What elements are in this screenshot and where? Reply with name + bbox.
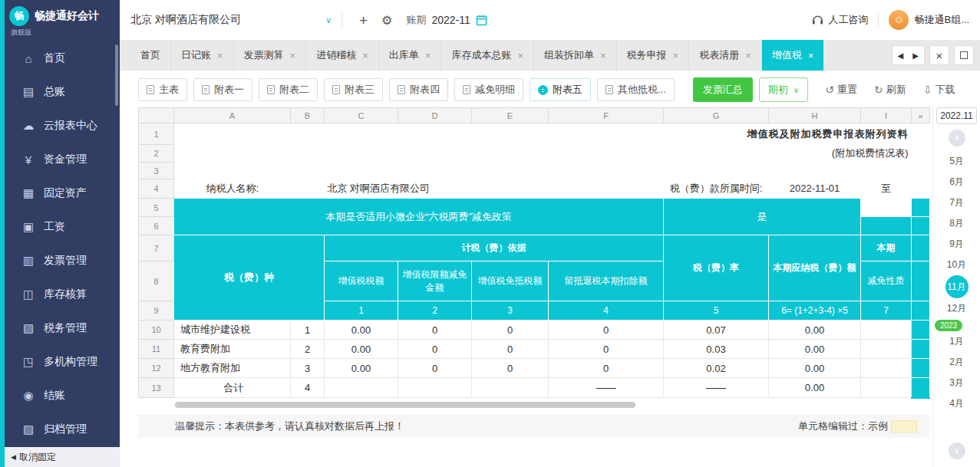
month-item-november-selected[interactable]: 11月: [945, 275, 968, 298]
cell-row10-no[interactable]: 1: [291, 321, 325, 340]
cell-row11-no[interactable]: 2: [291, 340, 325, 359]
cell-report-subtitle[interactable]: (附加税费情况表): [174, 145, 912, 163]
cell-empty-row[interactable]: [174, 163, 912, 179]
sidebar-item-closing[interactable]: ◉ 结账: [5, 379, 120, 413]
user-name[interactable]: 畅捷通B组...: [914, 13, 969, 27]
cell-b4[interactable]: [291, 179, 325, 199]
add-icon[interactable]: +: [359, 13, 368, 28]
cell-i5[interactable]: [861, 199, 912, 217]
cell-row10-i[interactable]: [861, 321, 912, 340]
sidebar-item-funds[interactable]: ¥ 资金管理: [5, 143, 120, 176]
sidebar-item-archive[interactable]: ▨ 归档管理: [5, 413, 120, 446]
scroll-tabs-right-icon[interactable]: ▶: [912, 51, 919, 60]
invoice-summary-button[interactable]: 发票汇总: [693, 77, 753, 102]
cell-row12-h[interactable]: 0.00: [769, 359, 861, 378]
sidebar-item-fixed-assets[interactable]: ▦ 固定资产: [5, 176, 120, 210]
cell-row12-name[interactable]: 地方教育附加: [174, 359, 291, 378]
col-header-d[interactable]: D: [398, 108, 472, 123]
cell-hdr-tax-type[interactable]: 税（费）种: [174, 235, 325, 321]
row-header-12[interactable]: 12: [139, 359, 174, 378]
close-icon[interactable]: ×: [425, 50, 431, 61]
col-header-f[interactable]: F: [549, 108, 664, 123]
cell-row12-f[interactable]: 0: [549, 359, 664, 378]
month-item-october[interactable]: 10月: [933, 255, 980, 275]
month-item-september[interactable]: 9月: [933, 234, 980, 255]
refresh-button[interactable]: ↻ 刷新: [874, 83, 906, 97]
cell-hdr-current[interactable]: 本期: [861, 235, 912, 261]
cell-row10-name[interactable]: 城市维护建设税: [174, 321, 291, 340]
cell-hdr-retained-refund[interactable]: 留抵退税本期扣除额: [549, 261, 664, 301]
close-icon[interactable]: ×: [517, 50, 523, 61]
cell-row10-g[interactable]: 0.07: [664, 321, 769, 340]
cell-row12-e[interactable]: 0: [472, 359, 549, 378]
cell-row11-c[interactable]: 0.00: [325, 340, 398, 359]
cell-idx-6[interactable]: 6= (1+2+3-4) ×5: [769, 301, 861, 321]
cell-row10-e[interactable]: 0: [472, 321, 549, 340]
row-header-3[interactable]: 3: [139, 163, 174, 179]
cell-e4[interactable]: [472, 179, 549, 199]
unpin-sidebar-button[interactable]: ◀ 取消固定: [5, 447, 120, 467]
subtab-other-deduction[interactable]: 其他抵税...: [597, 78, 675, 101]
avatar[interactable]: ☺: [889, 10, 909, 30]
cell-idx-3[interactable]: 3: [472, 301, 549, 321]
close-icon[interactable]: ×: [600, 50, 606, 61]
download-button[interactable]: ⇩ 下载: [923, 83, 955, 97]
row-header-5[interactable]: 5: [139, 199, 174, 217]
cell-row10-d[interactable]: 0: [398, 321, 472, 340]
month-item-june[interactable]: 6月: [933, 172, 980, 192]
cell-period-to[interactable]: 至: [861, 179, 912, 199]
cell-row11-e[interactable]: 0: [472, 340, 549, 359]
close-icon[interactable]: ×: [290, 50, 296, 61]
close-icon[interactable]: ×: [673, 50, 679, 61]
cell-row13-name[interactable]: 合计: [174, 378, 291, 398]
cell-row11-name[interactable]: 教育费附加: [174, 340, 291, 359]
calendar-icon[interactable]: [476, 15, 487, 26]
cell-taxpayer-value[interactable]: 北京 对啊酒店有限公司: [325, 179, 472, 199]
cell-row13-h[interactable]: 0.00: [769, 378, 861, 398]
fullscreen-button[interactable]: [954, 45, 974, 65]
tab-vat-active[interactable]: 增值税 ×: [762, 40, 824, 71]
sheet-corner[interactable]: [139, 108, 174, 123]
cell-row10-c[interactable]: 0.00: [325, 321, 398, 340]
scroll-tabs-left-icon[interactable]: ◀: [898, 51, 904, 60]
subtab-schedule-2[interactable]: 附表二: [259, 78, 318, 101]
cell-period-from[interactable]: 2022-11-01: [769, 179, 861, 199]
cell-row13-e[interactable]: [472, 378, 549, 398]
month-item-august[interactable]: 8月: [933, 213, 980, 234]
chevron-down-icon[interactable]: ∨: [949, 442, 965, 459]
cell-row12-d[interactable]: 0: [398, 359, 472, 378]
row-header-11[interactable]: 11: [139, 340, 174, 359]
close-icon[interactable]: ×: [808, 50, 814, 61]
month-item-february[interactable]: 2月: [933, 352, 980, 373]
cell-hdr-vat-exempt[interactable]: 增值税免抵税额: [472, 261, 549, 301]
month-item-april[interactable]: 4月: [933, 393, 980, 414]
tab-tax-filing[interactable]: 税务申报 ×: [617, 40, 690, 71]
close-icon[interactable]: ×: [745, 50, 751, 61]
cell-hdr-vat-limit-relief[interactable]: 增值税限额减免金额: [398, 261, 472, 301]
sidebar-item-home[interactable]: ⌂ 首页: [5, 41, 120, 75]
cell-row13-d[interactable]: [398, 378, 472, 398]
cell-row13-no[interactable]: 4: [291, 378, 325, 398]
col-header-e[interactable]: E: [472, 108, 549, 123]
col-header-i[interactable]: I: [861, 108, 912, 123]
tab-journal[interactable]: 日记账 ×: [171, 40, 234, 71]
tab-purchase-audit[interactable]: 进销稽核 ×: [306, 40, 379, 71]
cell-idx-2[interactable]: 2: [398, 301, 472, 321]
month-item-march[interactable]: 3月: [933, 373, 980, 393]
cell-idx-1[interactable]: 1: [325, 301, 398, 321]
row-header-7[interactable]: 7: [139, 235, 174, 261]
month-item-january[interactable]: 1月: [933, 331, 980, 352]
consult-link[interactable]: 人工咨询: [828, 13, 868, 27]
cell-row11-d[interactable]: 0: [398, 340, 472, 359]
col-header-h[interactable]: H: [769, 108, 861, 123]
month-item-july[interactable]: 7月: [933, 192, 980, 213]
tab-tax-register[interactable]: 税表清册 ×: [689, 40, 762, 71]
horizontal-scrollbar-thumb[interactable]: [175, 402, 635, 408]
cell-row12-c[interactable]: 0.00: [325, 359, 398, 378]
tab-inventory-cost-ledger[interactable]: 库存成本总账 ×: [441, 40, 534, 71]
sidebar-scrollbar[interactable]: [115, 44, 118, 106]
col-header-a[interactable]: A: [174, 108, 291, 123]
cell-row12-g[interactable]: 0.02: [664, 359, 769, 378]
row-header-1[interactable]: 1: [139, 123, 174, 145]
subtab-schedule-1[interactable]: 附表一: [193, 78, 252, 101]
